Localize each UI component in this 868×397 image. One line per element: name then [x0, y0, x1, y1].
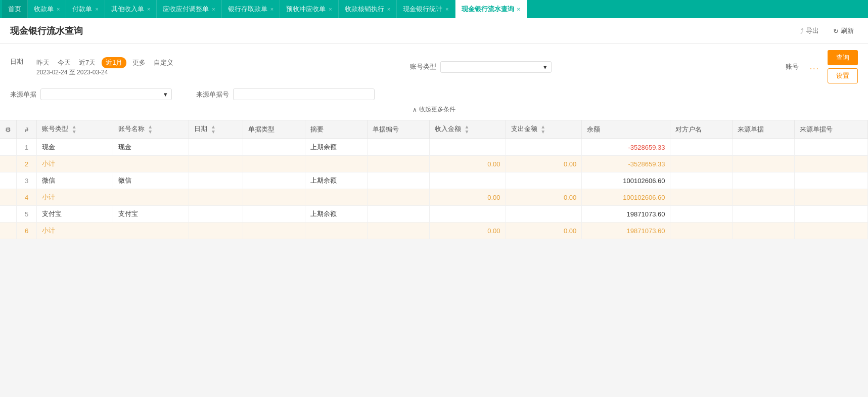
- close-cash-bank-stat-icon[interactable]: ×: [445, 6, 448, 12]
- cell-no: 2: [17, 156, 37, 172]
- th-expense[interactable]: 支出金额 ▲▼: [506, 120, 582, 139]
- cell-expense: [506, 206, 582, 223]
- nav-tab-receipt-verify-label: 收款核销执行: [345, 5, 384, 14]
- filter-row-2: 来源单据 ▾ 来源单据号: [10, 89, 858, 100]
- nav-tab-other-income[interactable]: 其他收入单 ×: [105, 0, 157, 18]
- export-label: 导出: [806, 26, 819, 35]
- cell-no: 4: [17, 189, 37, 206]
- close-other-income-icon[interactable]: ×: [147, 6, 150, 12]
- cell-doc-type: [243, 156, 305, 172]
- account-type-label: 账号类型: [410, 62, 436, 71]
- cell-account-name: [113, 189, 189, 206]
- close-cash-bank-flow-icon[interactable]: ×: [517, 6, 520, 12]
- page-title: 现金银行流水查询: [10, 25, 83, 37]
- sort-income-icon: ▲▼: [464, 124, 469, 135]
- th-gear[interactable]: ⚙: [0, 120, 17, 139]
- date-today[interactable]: 今天: [56, 57, 73, 68]
- cell-expense: 0.00: [506, 189, 582, 206]
- cell-doc-no: [367, 189, 429, 206]
- cell-counterpart: [670, 172, 733, 189]
- cell-no: 1: [17, 139, 37, 156]
- cell-account-type: 支付宝: [37, 206, 113, 223]
- sort-account-name-icon: ▲▼: [148, 124, 153, 135]
- cell-gear: [0, 223, 17, 239]
- source-doc-select[interactable]: ▾: [40, 89, 172, 100]
- account-filter-group: 账号 ...: [786, 62, 819, 71]
- th-counterpart: 对方户名: [670, 120, 733, 139]
- cell-doc-type: [243, 172, 305, 189]
- cell-account-type: 现金: [37, 139, 113, 156]
- filter-row-1: 日期 昨天 今天 近7天 近1月 更多 自定义 2023-02-24 至 202…: [10, 50, 858, 83]
- cell-doc-type: [243, 206, 305, 223]
- cell-balance: 19871073.60: [582, 206, 670, 223]
- nav-tab-prepay-offset[interactable]: 预收冲应收单 ×: [280, 0, 338, 18]
- settings-button[interactable]: 设置: [828, 68, 858, 83]
- th-source-doc: 来源单据: [733, 120, 795, 139]
- export-button[interactable]: ⤴ 导出: [796, 24, 823, 37]
- th-summary: 摘要: [305, 120, 368, 139]
- query-button[interactable]: 查询: [828, 50, 858, 65]
- cell-counterpart: [670, 189, 733, 206]
- close-bank-deposit-icon[interactable]: ×: [270, 6, 273, 12]
- refresh-button[interactable]: ↻ 刷新: [829, 24, 858, 37]
- export-icon: ⤴: [800, 27, 804, 35]
- nav-tab-receipt-verify[interactable]: 收款核销执行 ×: [339, 0, 397, 18]
- date-more[interactable]: 更多: [130, 57, 148, 68]
- date-custom[interactable]: 自定义: [152, 57, 175, 68]
- nav-tab-receipt[interactable]: 收款单 ×: [28, 0, 66, 18]
- th-account-type[interactable]: 账号类型 ▲▼: [37, 120, 113, 139]
- collapse-bar[interactable]: ∧ 收起更多条件: [10, 105, 858, 114]
- cell-date: [189, 139, 243, 156]
- date-filter-group: 日期 昨天 今天 近7天 近1月 更多 自定义 2023-02-24 至 202…: [10, 57, 175, 77]
- cell-account-name: [113, 156, 189, 172]
- sort-expense-icon: ▲▼: [540, 124, 545, 135]
- cell-summary: 上期余额: [305, 172, 368, 189]
- cell-source-doc: [733, 139, 795, 156]
- close-receipt-verify-icon[interactable]: ×: [387, 6, 390, 12]
- cell-account-name: [113, 223, 189, 239]
- account-ellipsis[interactable]: ...: [810, 62, 819, 71]
- cell-account-type: 小计: [37, 156, 113, 172]
- date-1month[interactable]: 近1月: [102, 57, 126, 68]
- close-prepay-offset-icon[interactable]: ×: [329, 6, 332, 12]
- top-nav: 首页 收款单 × 付款单 × 其他收入单 × 应收应付调整单 × 银行存取款单 …: [0, 0, 868, 18]
- nav-tab-prepay-offset-label: 预收冲应收单: [286, 5, 326, 14]
- source-doc-no-input[interactable]: [233, 89, 375, 100]
- cell-summary: [305, 223, 368, 239]
- cell-date: [189, 156, 243, 172]
- source-doc-label: 来源单据: [10, 90, 36, 99]
- cell-income: [429, 172, 506, 189]
- nav-tab-cash-bank-stat[interactable]: 现金银行统计 ×: [397, 0, 455, 18]
- sort-account-type-icon: ▲▼: [72, 124, 77, 135]
- cell-no: 6: [17, 223, 37, 239]
- close-payment-icon[interactable]: ×: [95, 6, 98, 12]
- cell-gear: [0, 172, 17, 189]
- collapse-icon: ∧: [413, 106, 417, 113]
- nav-tab-cash-bank-flow-label: 现金银行流水查询: [462, 5, 514, 14]
- nav-tab-payment[interactable]: 付款单 ×: [66, 0, 105, 18]
- cell-expense: [506, 172, 582, 189]
- th-income[interactable]: 收入金额 ▲▼: [429, 120, 506, 139]
- nav-tab-home[interactable]: 首页: [2, 0, 28, 18]
- th-account-name[interactable]: 账号名称 ▲▼: [113, 120, 189, 139]
- close-receipt-icon[interactable]: ×: [57, 6, 60, 12]
- cell-source-doc: [733, 172, 795, 189]
- cell-no: 3: [17, 172, 37, 189]
- action-buttons: 查询 设置: [828, 50, 858, 83]
- table-row: 2小计0.000.00-3528659.33: [0, 156, 868, 172]
- table-row: 4小计0.000.00100102606.60: [0, 189, 868, 206]
- nav-tab-ar-ap-adjust[interactable]: 应收应付调整单 ×: [157, 0, 221, 18]
- date-7days[interactable]: 近7天: [77, 57, 98, 68]
- close-ar-ap-adjust-icon[interactable]: ×: [212, 6, 215, 12]
- th-doc-no: 单据编号: [367, 120, 429, 139]
- date-yesterday[interactable]: 昨天: [34, 57, 52, 68]
- cell-date: [189, 172, 243, 189]
- cell-doc-no: [367, 156, 429, 172]
- cell-gear: [0, 139, 17, 156]
- nav-tab-bank-deposit[interactable]: 银行存取款单 ×: [222, 0, 280, 18]
- th-date[interactable]: 日期 ▲▼: [189, 120, 243, 139]
- account-type-select[interactable]: ▾: [440, 61, 552, 73]
- nav-tab-cash-bank-flow[interactable]: 现金银行流水查询 ×: [455, 0, 527, 18]
- cell-account-type: 微信: [37, 172, 113, 189]
- cell-doc-no: [367, 223, 429, 239]
